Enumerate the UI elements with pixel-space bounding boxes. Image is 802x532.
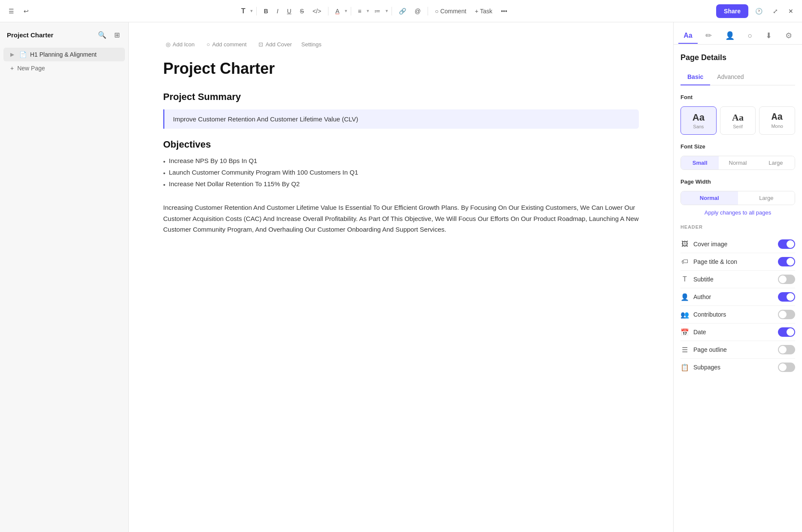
sub-tab-basic[interactable]: Basic [680,71,710,85]
list-dropdown[interactable]: ▾ [386,8,388,14]
panel-title: Page Details [680,53,795,62]
blockquote-text: Improve Customer Retention And Customer … [173,115,358,123]
font-section-label: Font [680,94,795,100]
add-cover-button[interactable]: ⊡ Add Cover [256,39,294,49]
page-icon: 📄 [19,51,27,58]
mention-button[interactable]: @ [411,5,424,17]
font-name-serif: Serif [724,124,752,129]
size-small[interactable]: Small [681,156,719,169]
apply-changes-link[interactable]: Apply changes to all pages [680,209,795,216]
link-button[interactable]: 🔗 [395,5,410,17]
tab-export[interactable]: ⬇ [760,27,777,45]
subpages-toggle[interactable] [778,363,795,372]
strikethrough-button[interactable]: S [297,5,307,17]
width-options: Normal Large [680,191,795,205]
comment-button[interactable]: ○ Comment [431,5,470,17]
size-normal[interactable]: Normal [719,156,756,169]
toggle-contributors: 👥 Contributors [680,306,795,323]
sidebar-item-label: H1 Planning & Alignment [30,51,97,58]
cover-image-toggle[interactable] [778,239,795,249]
size-options: Small Normal Large [680,156,795,170]
back-button[interactable]: ↩ [20,5,32,17]
panel-content: Page Details Basic Advanced Font Aa Sans… [674,45,802,384]
code-button[interactable]: </> [309,5,325,17]
tab-user[interactable]: 👤 [720,27,740,45]
search-button[interactable]: 🔍 [96,29,108,41]
toggle-subpages: 📋 Subpages [680,359,795,376]
font-option-sans[interactable]: Aa Sans [680,106,717,135]
sub-tab-advanced[interactable]: Advanced [710,71,750,85]
contributors-toggle[interactable] [778,310,795,319]
page-actions: ◎ Add Icon ○ Add comment ⊡ Add Cover Set… [163,39,639,49]
date-toggle[interactable] [778,327,795,337]
author-toggle[interactable] [778,292,795,302]
size-large[interactable]: Large [757,156,795,169]
layout-button[interactable]: ⊞ [112,29,122,41]
subtitle-toggle[interactable] [778,275,795,284]
divider-5 [428,7,428,15]
font-option-mono[interactable]: Aa Mono [759,106,795,135]
width-large[interactable]: Large [738,191,795,205]
tab-settings[interactable]: ⚙ [780,27,797,45]
tab-edit[interactable]: ✏ [700,27,717,45]
contributors-icon: 👥 [680,311,689,319]
font-name-sans: Sans [684,124,713,129]
header-section: HEADER 🖼 Cover image 🏷 Page title & Icon [680,224,795,376]
font-option-serif[interactable]: Aa Serif [720,106,756,135]
close-button[interactable]: ✕ [785,5,797,17]
new-page-label: New Page [17,65,45,72]
toolbar-center: T ▾ B I U S </> A ▾ ≡ ▾ ≔ ▾ 🔗 @ ○ Commen… [35,5,714,18]
italic-button[interactable]: I [273,5,282,17]
cover-image-icon: 🖼 [680,240,689,248]
expand-button[interactable]: ⤢ [769,5,781,17]
objective-2: Launch Customer Community Program With 1… [169,169,358,176]
toggle-date: 📅 Date [680,323,795,341]
page-outline-toggle[interactable] [778,345,795,354]
sidebar-header: Project Charter 🔍 ⊞ [0,29,128,48]
bold-button[interactable]: B [260,5,271,17]
text-format-button[interactable]: T [238,5,249,18]
panel-tabs-row: Aa ✏ 👤 ○ ⬇ ⚙ [674,22,802,45]
sidebar-icons: 🔍 ⊞ [96,29,122,41]
objective-3: Increase Net Dollar Retention To 115% By… [169,180,300,187]
toolbar-left: ☰ ↩ [5,5,32,17]
divider-2 [328,7,328,15]
blockquote: Improve Customer Retention And Customer … [163,109,639,129]
page-width-label: Page Width [680,178,795,185]
font-letter-sans: Aa [684,112,713,123]
editor-area: ◎ Add Icon ○ Add comment ⊡ Add Cover Set… [129,22,673,532]
color-button[interactable]: A [332,5,343,17]
author-label: Author [693,293,711,300]
task-button[interactable]: + Task [471,5,496,17]
divider-3 [351,7,351,15]
underline-button[interactable]: U [283,5,295,17]
share-button[interactable]: Share [716,4,748,18]
date-icon: 📅 [680,328,689,336]
color-dropdown[interactable]: ▾ [345,8,347,14]
new-page-button[interactable]: + New Page [3,61,125,75]
toggle-cover-image: 🖼 Cover image [680,236,795,253]
tab-typography[interactable]: Aa [678,28,697,44]
objective-1: Increase NPS By 10 Bps In Q1 [169,157,257,164]
more-button[interactable]: ••• [498,5,511,17]
history-button[interactable]: 🕐 [752,5,766,17]
sidebar-project-title: Project Charter [7,31,53,39]
toggle-subtitle: T Subtitle [680,271,795,288]
width-normal[interactable]: Normal [681,191,738,205]
page-title-toggle[interactable] [778,257,795,266]
align-button[interactable]: ≡ [355,5,365,17]
add-comment-button[interactable]: ○ Add comment [204,39,249,49]
toggle-page-title: 🏷 Page title & Icon [680,253,795,271]
align-dropdown[interactable]: ▾ [367,8,369,14]
tab-search[interactable]: ○ [743,28,758,45]
text-format-dropdown[interactable]: ▾ [250,8,253,14]
date-label: Date [693,329,706,336]
toggle-page-outline: ☰ Page outline [680,341,795,359]
list-button[interactable]: ≔ [371,5,384,17]
font-letter-serif: Aa [724,112,752,123]
sidebar-item-h1[interactable]: ▶ 📄 H1 Planning & Alignment [3,48,125,61]
add-icon-button[interactable]: ◎ Add Icon [163,39,197,49]
contributors-label: Contributors [693,311,726,318]
settings-link[interactable]: Settings [301,41,322,48]
menu-button[interactable]: ☰ [5,5,18,17]
